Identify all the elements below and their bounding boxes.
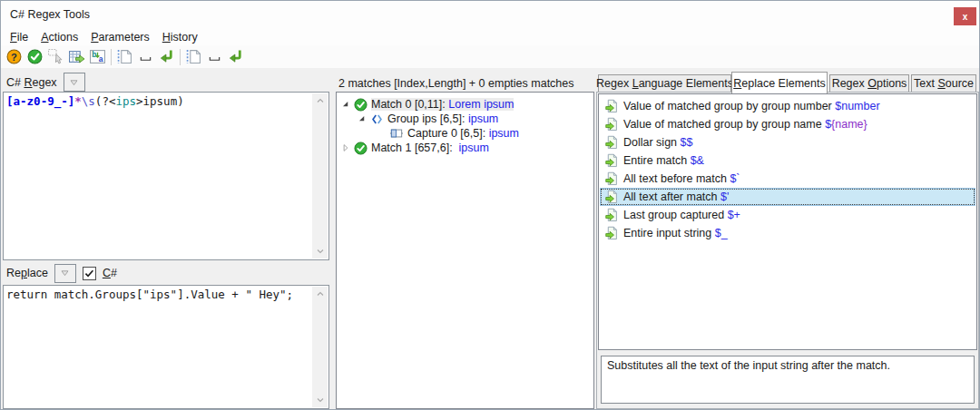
match-success-icon — [353, 98, 368, 112]
regex-history-dropdown[interactable] — [64, 73, 85, 92]
validate-button[interactable] — [24, 47, 45, 67]
tab-text-source[interactable]: Text Source — [911, 74, 976, 93]
replace-element-item-1[interactable]: Value of matched group by group name ${n… — [600, 115, 975, 133]
match-0-text: Match 0 [0,11]: Lorem ipsum — [371, 98, 514, 111]
matches-summary: 2 matches [Index,Length] + 0 empties mat… — [338, 77, 574, 90]
insert-element-icon — [604, 171, 619, 186]
replace-element-item-7[interactable]: Entire input string $_ — [600, 224, 975, 242]
return-arrow-icon — [159, 49, 174, 64]
select-pointer-button[interactable] — [45, 47, 66, 67]
replace-element-item-3[interactable]: Entire match $& — [600, 151, 975, 170]
element-description: Substitutes all the text of the input st… — [601, 356, 975, 404]
group-icon — [369, 113, 384, 125]
pointer-icon — [48, 49, 64, 64]
expander-expanded-icon[interactable] — [340, 99, 351, 110]
insert-element-icon — [604, 99, 619, 113]
regex-label-row: C# Regex — [6, 73, 85, 92]
regex-input[interactable]: [a-z0-9_-]*\s(?<ips>ipsum) — [3, 92, 329, 260]
menu-bar: File Actions Parameters History — [1, 28, 979, 45]
toolbar-separator — [111, 49, 112, 65]
regex-scrollbar[interactable] — [312, 93, 328, 259]
match-success-icon — [353, 142, 368, 155]
menu-file[interactable]: File — [4, 29, 34, 45]
regex-label: C# Regex — [6, 76, 57, 89]
paste-text-icon — [186, 49, 201, 64]
replace-element-item-2[interactable]: Dollar sign $$ — [600, 133, 975, 151]
paste-text-icon — [117, 49, 132, 64]
tree-row-match-1[interactable]: Match 1 [657,6]: ipsum — [337, 141, 593, 155]
replace-element-item-6[interactable]: Last group captured $+ — [600, 206, 975, 224]
replace-label-row: Replace C# — [6, 263, 117, 283]
replace-scrollbar[interactable] — [312, 287, 328, 407]
close-button[interactable]: x — [954, 7, 976, 25]
space-button[interactable] — [135, 47, 156, 67]
scroll-up-icon[interactable] — [315, 288, 326, 299]
insert-element-icon — [604, 226, 619, 240]
csharp-checkbox[interactable] — [83, 267, 96, 280]
app-window: C# Regex Tools x File Actions Parameters… — [0, 0, 980, 410]
space-button-2[interactable] — [204, 47, 225, 67]
capture-icon — [389, 127, 404, 140]
replace-history-dropdown[interactable] — [54, 264, 76, 283]
help-button[interactable] — [4, 47, 24, 67]
insert-element-icon — [604, 208, 619, 222]
replace-label: Replace — [6, 267, 48, 279]
replace-element-item-5[interactable]: All text after match $' — [600, 188, 975, 206]
replace-input[interactable]: return match.Groups["ips"].Value + " Hey… — [3, 285, 329, 409]
toolbar — [1, 45, 979, 68]
insert-element-icon — [604, 153, 619, 168]
export-table-button[interactable] — [66, 47, 87, 67]
help-icon — [6, 49, 22, 64]
space-icon — [208, 50, 221, 63]
close-icon: x — [963, 12, 968, 22]
chevron-down-icon — [58, 267, 72, 279]
menu-parameters[interactable]: Parameters — [84, 29, 156, 45]
expander-expanded-icon[interactable] — [357, 113, 368, 124]
replace-text: return match.Groups["ips"].Value + " Hey… — [4, 286, 312, 303]
toolbar-separator — [180, 49, 181, 65]
matches-tree: Match 0 [0,11]: Lorem ipsum Group ips [6… — [336, 92, 594, 409]
scroll-down-icon[interactable] — [315, 246, 326, 257]
check-circle-icon — [27, 49, 43, 64]
tab-replace-elements[interactable]: Replace Elements — [731, 72, 828, 93]
tree-row-capture-0[interactable]: Capture 0 [6,5]: ipsum — [337, 126, 593, 141]
insert-element-icon — [604, 135, 619, 150]
window-title: C# Regex Tools — [10, 8, 90, 21]
replace-elements-list: Value of matched group by group number $… — [598, 93, 977, 350]
scroll-down-icon[interactable] — [315, 395, 326, 405]
tab-regex-language-elements[interactable]: Regex Language Elements — [598, 74, 731, 93]
replace-element-item-0[interactable]: Value of matched group by group number $… — [600, 97, 975, 115]
insert-element-icon — [604, 190, 619, 204]
replace-elements-panel: Value of matched group by group number $… — [596, 92, 979, 409]
replace-element-item-4[interactable]: All text before match $` — [600, 170, 975, 188]
tab-regex-options[interactable]: Regex Options — [829, 74, 909, 93]
return-arrow-icon — [228, 49, 243, 64]
insert-element-icon — [604, 117, 619, 132]
rename-button[interactable] — [87, 47, 108, 67]
rename-ba-icon — [90, 49, 105, 64]
tree-row-group-ips[interactable]: Group ips [6,5]: ipsum — [337, 112, 593, 126]
newline-button-2[interactable] — [225, 47, 246, 67]
tree-row-match-0[interactable]: Match 0 [0,11]: Lorem ipsum — [337, 97, 593, 112]
checkmark-icon — [83, 268, 95, 279]
csharp-checkbox-label[interactable]: C# — [103, 267, 117, 279]
title-bar[interactable]: C# Regex Tools x — [1, 1, 979, 28]
paste-text-button-2[interactable] — [183, 47, 204, 67]
newline-button[interactable] — [156, 47, 177, 67]
paste-text-button[interactable] — [114, 47, 135, 67]
menu-history[interactable]: History — [156, 29, 204, 45]
chevron-down-icon — [67, 76, 81, 89]
regex-text: [a-z0-9_-]*\s(?<ips>ipsum) — [4, 93, 312, 110]
table-export-icon — [69, 49, 84, 64]
expander-collapsed-icon[interactable] — [340, 142, 351, 153]
menu-actions[interactable]: Actions — [34, 29, 84, 45]
space-icon — [139, 50, 152, 63]
scroll-up-icon[interactable] — [315, 95, 326, 106]
